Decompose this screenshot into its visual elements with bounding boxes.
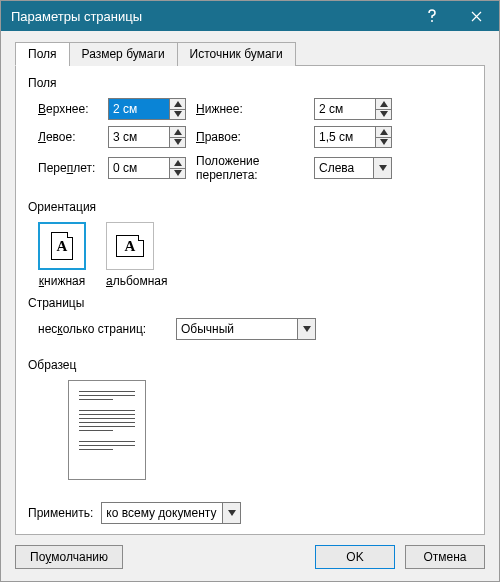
svg-marker-0 bbox=[174, 101, 182, 107]
label-gutter: Переплет: bbox=[38, 161, 100, 175]
dialog-title: Параметры страницы bbox=[11, 9, 409, 24]
orientation-landscape[interactable]: A альбомная bbox=[106, 222, 168, 288]
page-portrait-icon: A bbox=[51, 232, 73, 260]
label-apply-to: Применить: bbox=[28, 506, 93, 520]
label-left: Левое: bbox=[38, 130, 100, 144]
dialog-footer: По умолчанию OK Отмена bbox=[15, 545, 485, 569]
chevron-down-icon[interactable] bbox=[297, 319, 315, 339]
label-right: Правое: bbox=[196, 130, 306, 144]
svg-marker-6 bbox=[380, 129, 388, 135]
combo-gutter-pos-value: Слева bbox=[315, 161, 373, 175]
label-bottom: Нижнее: bbox=[196, 102, 306, 116]
spin-up-icon[interactable] bbox=[376, 127, 391, 138]
page-setup-dialog: Параметры страницы Поля Размер бумаги Ис… bbox=[0, 0, 500, 582]
svg-marker-9 bbox=[174, 170, 182, 176]
spin-up-icon[interactable] bbox=[376, 99, 391, 110]
page-preview bbox=[68, 380, 146, 480]
tab-strip: Поля Размер бумаги Источник бумаги bbox=[15, 42, 485, 66]
spin-up-icon[interactable] bbox=[170, 158, 185, 169]
orientation-group-label: Ориентация bbox=[28, 200, 472, 214]
chevron-down-icon[interactable] bbox=[222, 503, 240, 523]
spin-down-icon[interactable] bbox=[376, 110, 391, 120]
orientation-portrait[interactable]: A книжная bbox=[38, 222, 86, 288]
svg-marker-1 bbox=[174, 111, 182, 117]
tab-panel-margins: Поля Верхнее: Нижнее: Левое: Правое: bbox=[15, 65, 485, 535]
svg-marker-5 bbox=[174, 139, 182, 145]
margins-group-label: Поля bbox=[28, 76, 472, 90]
svg-marker-2 bbox=[380, 101, 388, 107]
input-right[interactable] bbox=[315, 127, 375, 147]
svg-marker-8 bbox=[174, 160, 182, 166]
tab-paper-source[interactable]: Источник бумаги bbox=[177, 42, 296, 66]
tab-paper-size[interactable]: Размер бумаги bbox=[69, 42, 178, 66]
cancel-button[interactable]: Отмена bbox=[405, 545, 485, 569]
svg-marker-10 bbox=[379, 165, 387, 171]
close-icon bbox=[471, 11, 482, 22]
combo-gutter-pos[interactable]: Слева bbox=[314, 157, 392, 179]
input-bottom[interactable] bbox=[315, 99, 375, 119]
spinner-gutter[interactable] bbox=[108, 157, 186, 179]
titlebar: Параметры страницы bbox=[1, 1, 499, 31]
orientation-landscape-label: альбомная bbox=[106, 274, 168, 288]
help-icon bbox=[427, 9, 437, 23]
svg-marker-4 bbox=[174, 129, 182, 135]
label-top: Верхнее: bbox=[38, 102, 100, 116]
spin-up-icon[interactable] bbox=[170, 127, 185, 138]
combo-apply-to-value: ко всему документу bbox=[102, 506, 222, 520]
svg-marker-7 bbox=[380, 139, 388, 145]
svg-marker-11 bbox=[303, 326, 311, 332]
tab-margins[interactable]: Поля bbox=[15, 42, 70, 66]
spin-down-icon[interactable] bbox=[170, 110, 185, 120]
default-button[interactable]: По умолчанию bbox=[15, 545, 123, 569]
chevron-down-icon[interactable] bbox=[373, 158, 391, 178]
svg-marker-12 bbox=[228, 510, 236, 516]
page-landscape-icon: A bbox=[116, 235, 144, 257]
combo-multiple-pages[interactable]: Обычный bbox=[176, 318, 316, 340]
spinner-top[interactable] bbox=[108, 98, 186, 120]
help-button[interactable] bbox=[409, 1, 454, 31]
spinner-right[interactable] bbox=[314, 126, 392, 148]
spin-down-icon[interactable] bbox=[376, 138, 391, 148]
label-gutter-pos: Положение переплета: bbox=[196, 154, 306, 182]
preview-group-label: Образец bbox=[28, 358, 472, 372]
ok-button[interactable]: OK bbox=[315, 545, 395, 569]
svg-marker-3 bbox=[380, 111, 388, 117]
label-multiple-pages: несколько страниц: bbox=[38, 322, 168, 336]
spin-down-icon[interactable] bbox=[170, 169, 185, 179]
close-button[interactable] bbox=[454, 1, 499, 31]
spinner-left[interactable] bbox=[108, 126, 186, 148]
orientation-portrait-label: книжная bbox=[38, 274, 86, 288]
input-gutter[interactable] bbox=[109, 158, 169, 178]
pages-group-label: Страницы bbox=[28, 296, 472, 310]
input-top[interactable] bbox=[109, 99, 169, 119]
combo-multiple-pages-value: Обычный bbox=[177, 322, 297, 336]
spin-down-icon[interactable] bbox=[170, 138, 185, 148]
spin-up-icon[interactable] bbox=[170, 99, 185, 110]
combo-apply-to[interactable]: ко всему документу bbox=[101, 502, 241, 524]
spinner-bottom[interactable] bbox=[314, 98, 392, 120]
input-left[interactable] bbox=[109, 127, 169, 147]
